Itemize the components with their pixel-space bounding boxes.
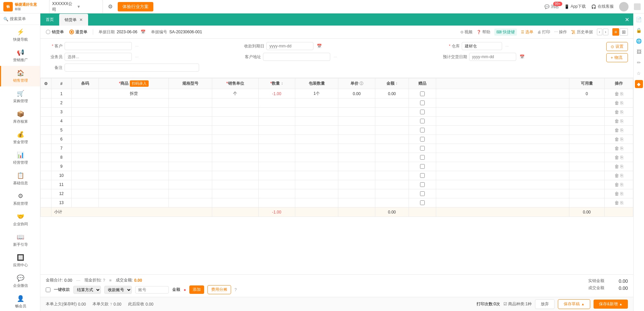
- one-click-pay-checkbox[interactable]: [46, 287, 50, 292]
- copy-icon[interactable]: ⎘: [620, 91, 623, 96]
- right-sidebar-lock-icon[interactable]: 🔒: [635, 26, 643, 34]
- customer-dots-icon[interactable]: ···: [135, 44, 139, 48]
- right-sidebar-star-icon[interactable]: ☆: [635, 69, 643, 77]
- payment-date-input[interactable]: [266, 42, 313, 50]
- online-support-btn[interactable]: 🎧 在线客服: [591, 4, 614, 9]
- video-icon-btn[interactable]: ⊙ 视频: [460, 29, 472, 35]
- add-payment-button[interactable]: 添加: [189, 285, 204, 294]
- tab-bar-close-icon[interactable]: ✕: [621, 16, 633, 23]
- sidebar-item-newbie[interactable]: 📖 新手引导: [0, 230, 40, 250]
- delete-icon[interactable]: 🗑: [614, 118, 619, 124]
- salesperson-input[interactable]: [65, 53, 132, 61]
- user-avatar[interactable]: [619, 2, 629, 11]
- tab-home[interactable]: 首页: [40, 13, 59, 26]
- delete-icon[interactable]: 🗑: [614, 100, 619, 106]
- copy-icon[interactable]: ⎘: [620, 173, 623, 178]
- delete-icon[interactable]: 🗑: [614, 109, 619, 115]
- nav-prev-btn[interactable]: ‹: [597, 29, 602, 35]
- delete-icon[interactable]: 🗑: [614, 155, 619, 160]
- salesperson-dots-icon[interactable]: ···: [135, 54, 139, 59]
- row-barcode[interactable]: [72, 89, 99, 99]
- copy-icon[interactable]: ⎘: [620, 164, 623, 169]
- addr-dots-icon[interactable]: ···: [334, 54, 337, 59]
- right-sidebar-image-icon[interactable]: 🖼: [635, 48, 643, 56]
- delete-icon[interactable]: 🗑: [614, 146, 619, 151]
- total-owe-help-icon[interactable]: ?: [110, 302, 112, 306]
- sidebar-item-member[interactable]: 👤 畅会员: [0, 291, 40, 311]
- row-price[interactable]: 0.00: [338, 89, 375, 99]
- expense-split-button[interactable]: 费用分摊: [207, 285, 231, 294]
- layout-grid-btn[interactable]: ⊞: [620, 28, 628, 36]
- right-sidebar-doc-icon[interactable]: 📄: [635, 15, 643, 24]
- app-download-btn[interactable]: 📱 App下载: [564, 4, 586, 9]
- delete-icon[interactable]: 🗑: [614, 191, 619, 196]
- sidebar-item-basic[interactable]: 📋 基础信息: [0, 168, 40, 189]
- row-qty[interactable]: -1.00: [258, 89, 295, 99]
- sidebar-item-quick-nav[interactable]: ⚡ 快捷导航: [0, 25, 40, 45]
- expected-date-input[interactable]: [469, 53, 516, 61]
- right-sidebar-active-icon[interactable]: ◆: [635, 80, 643, 88]
- settings-icon[interactable]: ⚙: [106, 2, 115, 11]
- customer-addr-input[interactable]: [263, 53, 330, 61]
- payment-date-calendar-icon[interactable]: 📅: [317, 44, 322, 48]
- save-draft-button[interactable]: 保存草稿 ▲: [558, 299, 590, 309]
- customer-input[interactable]: [65, 42, 132, 50]
- sidebar-item-inventory[interactable]: 📦 库存核算: [0, 107, 40, 127]
- copy-icon[interactable]: ⎘: [620, 146, 623, 151]
- sidebar-item-sales[interactable]: 🏠 销售管理: [0, 66, 40, 86]
- tab-close-icon[interactable]: ✕: [79, 17, 83, 22]
- delete-icon[interactable]: 🗑: [614, 200, 619, 205]
- warehouse-dots-icon[interactable]: ···: [505, 44, 509, 48]
- copy-icon[interactable]: ⎘: [620, 182, 623, 187]
- row-gift[interactable]: [409, 89, 436, 99]
- shortcut-icon-btn[interactable]: ⌨ 快捷键: [494, 29, 517, 36]
- sidebar-item-purchase[interactable]: 🛒 采购管理: [0, 86, 40, 107]
- settings-button[interactable]: ⊙ 实销金额 设置: [606, 42, 628, 51]
- sidebar-item-app-center[interactable]: 🔲 应用中心: [0, 250, 40, 271]
- tab-sales-order[interactable]: 销货单 ✕: [59, 14, 88, 26]
- payment-account-select[interactable]: 收款账号: [104, 286, 132, 294]
- trial-button[interactable]: 体验行业方案: [118, 2, 153, 11]
- sidebar-item-enterprise[interactable]: 🤝 企业协同: [0, 209, 40, 230]
- save-new-button[interactable]: 保存&新增 ▲: [594, 300, 628, 309]
- row-spec[interactable]: [169, 89, 212, 99]
- logistics-button[interactable]: + 物流: [606, 53, 628, 62]
- history-icon-btn[interactable]: 📜 历史单据: [571, 29, 593, 35]
- copy-icon[interactable]: ⎘: [620, 191, 623, 196]
- copy-icon[interactable]: ⎘: [620, 118, 623, 124]
- warehouse-input[interactable]: [462, 42, 502, 50]
- scan-btn[interactable]: 扫码录入: [130, 80, 149, 87]
- right-sidebar-edit-icon[interactable]: ✏: [635, 59, 643, 67]
- copy-icon[interactable]: ⎘: [620, 127, 623, 133]
- expected-date-calendar-icon[interactable]: 📅: [520, 54, 525, 59]
- delete-icon[interactable]: 🗑: [614, 173, 619, 178]
- payment-amount-input[interactable]: [135, 286, 169, 294]
- delete-icon[interactable]: 🗑: [614, 137, 619, 142]
- radio-return-order[interactable]: 退货单: [69, 29, 87, 35]
- row-notes[interactable]: [436, 89, 569, 99]
- notes-input[interactable]: [65, 64, 199, 72]
- help-icon-btn[interactable]: ❓ 帮助: [477, 29, 490, 35]
- delete-icon[interactable]: 🗑: [614, 182, 619, 187]
- copy-icon[interactable]: ⎘: [620, 109, 623, 115]
- abandon-button[interactable]: 放弃: [535, 299, 555, 309]
- print-icon-btn[interactable]: 🖨 打印: [537, 29, 550, 35]
- delete-icon[interactable]: 🗑: [614, 164, 619, 169]
- payment-method-select[interactable]: 结算方式: [73, 286, 101, 294]
- layout-list-btn[interactable]: ≡: [612, 28, 619, 36]
- message-btn[interactable]: 💬 消息 99+: [544, 4, 559, 9]
- col-gear[interactable]: ⚙: [41, 78, 51, 89]
- sidebar-search[interactable]: 🔍 搜索菜单: [0, 13, 40, 25]
- sidebar-item-marketing[interactable]: 📢 营销推广: [0, 45, 40, 66]
- copy-icon[interactable]: ⎘: [620, 100, 623, 106]
- select-icon-btn[interactable]: ☰ 选单: [521, 29, 533, 35]
- delete-icon[interactable]: 🗑: [614, 91, 619, 96]
- sidebar-item-finance[interactable]: 💰 资金管理: [0, 127, 40, 148]
- date-calendar-icon[interactable]: 📅: [141, 30, 146, 34]
- sidebar-item-system[interactable]: ⚙ 系统管理: [0, 189, 40, 209]
- right-sidebar-globe-icon[interactable]: 🌐: [635, 37, 643, 45]
- operation-icon-btn[interactable]: ⋯ 操作: [554, 29, 567, 35]
- expense-help-icon[interactable]: ?: [234, 287, 237, 292]
- company-selector[interactable]: XXXXXX公司 ▼: [49, 0, 103, 14]
- delete-icon[interactable]: 🗑: [614, 127, 619, 133]
